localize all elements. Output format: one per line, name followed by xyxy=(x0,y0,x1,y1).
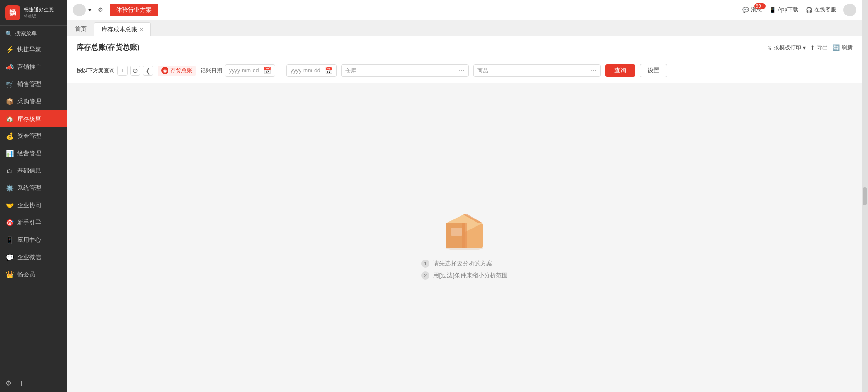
wechat-icon: 💬 xyxy=(5,253,14,261)
hint-num-1: 1 xyxy=(421,260,429,268)
sidebar-item-newguide[interactable]: 🎯 新手引导 xyxy=(0,214,67,231)
right-panel[interactable] xyxy=(862,0,868,392)
sidebar-item-system[interactable]: ⚙️ 系统管理 xyxy=(0,179,67,197)
date-filter-label: 记账日期 xyxy=(200,67,222,75)
content-header: 库存总账(存货总账) 🖨 按模板打印 ▾ ⬆ 导出 🔄 刷新 xyxy=(67,36,862,58)
member-icon: 👑 xyxy=(5,270,14,279)
empty-illustration xyxy=(437,196,492,250)
sidebar-item-enterprise[interactable]: 🤝 企业协同 xyxy=(0,197,67,214)
finance-icon: 💰 xyxy=(5,132,14,140)
marketing-label: 营销推广 xyxy=(17,63,41,71)
sidebar-item-appcenter[interactable]: 📱 应用中心 xyxy=(0,231,67,249)
warehouse-more-icon: ··· xyxy=(459,66,465,75)
add-scheme-btn[interactable]: + xyxy=(117,66,128,76)
sidebar-item-member[interactable]: 👑 畅会员 xyxy=(0,266,67,283)
inventory-label: 库存核算 xyxy=(17,115,41,123)
basic-icon: 🗂 xyxy=(5,167,14,175)
app-download-icon: 📱 xyxy=(769,7,776,13)
print-dropdown-icon: ▾ xyxy=(803,45,806,51)
app-download-action[interactable]: 📱 App下载 xyxy=(769,6,798,14)
sidebar-item-purchase[interactable]: 📦 采购管理 xyxy=(0,93,67,110)
print-action[interactable]: 🖨 按模板打印 ▾ xyxy=(766,44,806,51)
empty-hint-1: 1 请先选择要分析的方案 xyxy=(421,260,507,268)
export-action[interactable]: ⬆ 导出 xyxy=(810,44,828,51)
operation-icon: 📊 xyxy=(5,149,14,158)
sidebar: 畅 畅捷通好生意 标准版 🔍 搜索菜单 ⚡ 快捷导航 📣 营销推广 🛒 销售管理… xyxy=(0,0,67,392)
print-label: 按模板打印 xyxy=(774,44,801,51)
hint-num-2: 2 xyxy=(421,271,429,280)
sidebar-item-inventory[interactable]: 🏠 库存核算 xyxy=(0,110,67,127)
collapse-scheme-btn[interactable]: ❮ xyxy=(143,66,153,76)
topbar-gear-button[interactable]: ⚙ xyxy=(94,4,107,16)
search-menu-label: 搜索菜单 xyxy=(15,30,37,37)
date-end-input[interactable]: yyyy-mm-dd 📅 xyxy=(286,64,337,77)
appcenter-icon: 📱 xyxy=(5,236,14,244)
finance-label: 资金管理 xyxy=(17,132,41,140)
tab-home[interactable]: 首页 xyxy=(67,22,94,36)
newguide-label: 新手引导 xyxy=(17,219,41,227)
message-action[interactable]: 💬 消息 99+ xyxy=(742,6,762,14)
search-menu-item[interactable]: 🔍 搜索菜单 xyxy=(0,26,67,41)
refresh-icon: 🔄 xyxy=(832,44,840,51)
sidebar-item-wechat[interactable]: 💬 企业微信 xyxy=(0,249,67,266)
warehouse-select[interactable]: 仓库 ··· xyxy=(341,64,469,77)
enterprise-label: 企业协同 xyxy=(17,201,41,209)
purchase-label: 采购管理 xyxy=(17,97,41,106)
svg-rect-6 xyxy=(451,228,462,236)
tab-inventory-ledger[interactable]: 库存成本总账 × xyxy=(94,22,151,36)
sidebar-item-operation[interactable]: 📊 经营管理 xyxy=(0,145,67,162)
sidebar-item-sales[interactable]: 🛒 销售管理 xyxy=(0,76,67,93)
product-select[interactable]: 商品 ··· xyxy=(473,64,601,77)
date-start-calendar-icon: 📅 xyxy=(263,67,271,74)
settings-button[interactable]: 设置 xyxy=(640,64,667,77)
empty-hint-text: 1 请先选择要分析的方案 2 用[过滤]条件来缩小分析范围 xyxy=(421,260,507,280)
user-avatar[interactable] xyxy=(843,4,856,16)
export-label: 导出 xyxy=(817,44,828,51)
svg-rect-4 xyxy=(462,223,467,248)
topbar-dropdown[interactable]: ▾ xyxy=(88,6,92,13)
settings-bottom-icon[interactable]: ⚙ xyxy=(5,379,12,387)
member-label: 畅会员 xyxy=(17,270,35,279)
product-placeholder: 商品 xyxy=(477,67,488,75)
support-icon: 🎧 xyxy=(806,7,812,13)
appcenter-label: 应用中心 xyxy=(17,236,41,244)
tab-close-icon[interactable]: × xyxy=(140,26,143,33)
user-avatar-small xyxy=(73,4,86,16)
topbar: ▾ ⚙ 体验行业方案 💬 消息 99+ 📱 App下载 🎧 在线客服 xyxy=(67,0,862,20)
system-label: 系统管理 xyxy=(17,184,41,192)
sidebar-item-quicknav[interactable]: ⚡ 快捷导航 xyxy=(0,41,67,58)
sidebar-item-basic[interactable]: 🗂 基础信息 xyxy=(0,162,67,179)
industry-btn[interactable]: 体验行业方案 xyxy=(110,4,158,16)
right-panel-handle xyxy=(863,187,867,205)
hint-text-1: 请先选择要分析的方案 xyxy=(433,260,492,268)
logo-text-area: 畅捷通好生意 标准版 xyxy=(24,6,54,19)
tabs-bar: 首页 库存成本总账 × xyxy=(67,20,862,36)
sidebar-bottom: ⚙ ⏸ xyxy=(0,374,67,392)
active-scheme-item[interactable]: ◉ 存货总账 xyxy=(158,66,196,76)
print-icon: 🖨 xyxy=(766,44,772,51)
date-filter-row: 记账日期 yyyy-mm-dd 📅 — yyyy-mm-dd 📅 xyxy=(200,64,337,77)
refresh-action[interactable]: 🔄 刷新 xyxy=(832,44,853,51)
date-end-calendar-icon: 📅 xyxy=(325,67,332,74)
edit-scheme-btn[interactable]: ⊙ xyxy=(130,66,140,76)
audio-icon[interactable]: ⏸ xyxy=(17,379,25,387)
empty-svg xyxy=(437,196,492,250)
scheme-label: 按以下方案查询 xyxy=(77,67,115,75)
date-start-input[interactable]: yyyy-mm-dd 📅 xyxy=(225,64,275,77)
operation-label: 经营管理 xyxy=(17,149,41,158)
app-name: 畅捷通好生意 xyxy=(24,6,54,13)
app-badge: 标准版 xyxy=(24,13,54,19)
inventory-icon: 🏠 xyxy=(5,115,14,123)
sidebar-item-marketing[interactable]: 📣 营销推广 xyxy=(0,58,67,76)
system-icon: ⚙️ xyxy=(5,184,14,192)
content-title-row: 库存总账(存货总账) 🖨 按模板打印 ▾ ⬆ 导出 🔄 刷新 xyxy=(77,43,853,52)
online-support-action[interactable]: 🎧 在线客服 xyxy=(806,6,836,14)
topbar-right: 💬 消息 99+ 📱 App下载 🎧 在线客服 xyxy=(742,4,856,16)
tab-label: 库存成本总账 xyxy=(102,25,137,34)
message-badge: 99+ xyxy=(754,3,766,9)
sidebar-scroll-area: 📣 营销推广 🛒 销售管理 📦 采购管理 🏠 库存核算 💰 资金管理 📊 经营管… xyxy=(0,58,67,374)
sidebar-item-finance[interactable]: 💰 资金管理 xyxy=(0,127,67,145)
query-button[interactable]: 查询 xyxy=(605,64,635,77)
support-label: 在线客服 xyxy=(814,6,836,14)
quicknav-icon: ⚡ xyxy=(5,46,14,54)
